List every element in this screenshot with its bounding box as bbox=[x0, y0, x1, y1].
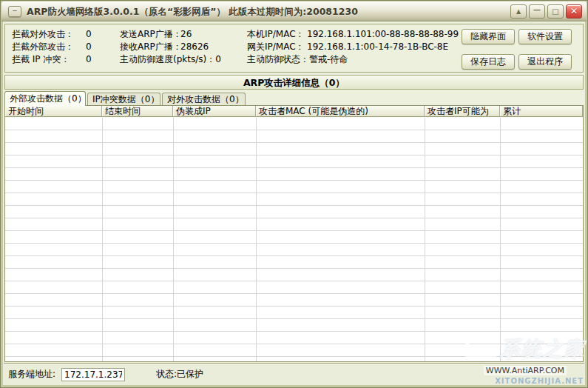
table-grid-vline bbox=[425, 118, 425, 361]
protection-status-text: 状态:已保护 bbox=[156, 368, 203, 381]
exit-program-button[interactable]: 退出程序 bbox=[518, 54, 572, 70]
stat-defense-status: 主动防御状态：警戒-待命 bbox=[247, 53, 459, 66]
window-controls: ▲ — □ ✕ bbox=[510, 4, 582, 19]
stat-blocked-external: 拦截外部攻击：0 bbox=[12, 41, 92, 53]
rollup-button[interactable]: ▲ bbox=[510, 4, 527, 19]
maximize-icon: □ bbox=[552, 7, 558, 16]
minimize-button[interactable]: — bbox=[529, 4, 545, 19]
rollup-icon: ▲ bbox=[516, 8, 521, 15]
stat-gateway-ip-mac: 网关IP/MAC：192.168.1.1:00-14-78-1B-BC-8E bbox=[247, 41, 459, 53]
attack-table-header: 开始时间 结束时间 伪装成IP 攻击者MAC (可能是伪造的) 攻击者IP可能为… bbox=[5, 106, 583, 117]
intercept-stats-column: 拦截对外攻击：0 拦截外部攻击：0 拦截 IP 冲突：0 bbox=[12, 28, 92, 66]
table-grid-vline bbox=[500, 118, 501, 361]
attack-table: 开始时间 结束时间 伪装成IP 攻击者MAC (可能是伪造的) 攻击者IP可能为… bbox=[4, 105, 584, 362]
stat-blocked-outgoing: 拦截对外攻击：0 bbox=[12, 28, 92, 41]
column-header-end-time[interactable]: 结束时间 bbox=[102, 106, 173, 117]
app-window: ─ ARP防火墙网络版3.0.0.1（原名“彩影网盾”） 此版本过期时间为:20… bbox=[0, 0, 588, 388]
minimize-icon: — bbox=[533, 6, 541, 14]
column-header-spoofed-ip[interactable]: 伪装成IP bbox=[173, 106, 256, 117]
software-settings-button[interactable]: 软件设置 bbox=[518, 29, 572, 44]
table-grid-vline bbox=[256, 118, 257, 361]
stat-defense-speed: 主动防御速度(pkts/s)：0 bbox=[120, 53, 221, 66]
stats-panel: 拦截对外攻击：0 拦截外部攻击：0 拦截 IP 冲突：0 发送ARP广播：26 … bbox=[4, 24, 584, 73]
arp-traffic-column: 发送ARP广播：26 接收ARP广播：28626 主动防御速度(pkts/s)：… bbox=[120, 28, 221, 66]
server-address-input[interactable] bbox=[61, 368, 125, 381]
column-header-attacker-mac[interactable]: 攻击者MAC (可能是伪造的) bbox=[256, 106, 425, 117]
stat-local-ip-mac: 本机IP/MAC：192.168.1.101:00-88-88-88-88-99 bbox=[247, 28, 459, 41]
column-header-attacker-ip[interactable]: 攻击者IP可能为 bbox=[425, 106, 500, 117]
close-icon: ✕ bbox=[570, 6, 578, 16]
table-grid-vline bbox=[173, 118, 174, 361]
attack-table-body[interactable] bbox=[5, 118, 583, 361]
stat-blocked-ip-conflict: 拦截 IP 冲突：0 bbox=[12, 53, 92, 66]
close-button[interactable]: ✕ bbox=[566, 4, 582, 19]
stat-arp-received: 接收ARP广播：28626 bbox=[120, 41, 221, 53]
hide-interface-button[interactable]: 隐藏界面 bbox=[462, 29, 515, 44]
window-title: ARP防火墙网络版3.0.0.1（原名“彩影网盾”） 此版本过期时间为:2008… bbox=[27, 1, 358, 21]
server-address-label: 服务端地址: bbox=[8, 368, 55, 381]
tab-ip-conflict-data[interactable]: IP冲突数据（0） bbox=[87, 93, 160, 105]
tab-outgoing-attack-data[interactable]: 对外攻击数据（0） bbox=[162, 93, 246, 105]
app-menu-icon[interactable]: ─ bbox=[8, 6, 21, 17]
table-grid-vline bbox=[102, 118, 103, 361]
tab-external-attack-data[interactable]: 外部攻击数据（0） bbox=[4, 91, 86, 106]
column-header-start-time[interactable]: 开始时间 bbox=[5, 106, 102, 117]
stat-arp-sent: 发送ARP广播：26 bbox=[120, 28, 221, 41]
title-bar: ─ ARP防火墙网络版3.0.0.1（原名“彩影网盾”） 此版本过期时间为:20… bbox=[1, 1, 587, 21]
maximize-button[interactable]: □ bbox=[547, 4, 564, 19]
host-info-column: 本机IP/MAC：192.168.1.101:00-88-88-88-88-99… bbox=[247, 28, 459, 66]
column-header-total[interactable]: 累计 bbox=[500, 106, 583, 117]
save-log-button[interactable]: 保存日志 bbox=[462, 54, 515, 70]
arp-detail-title: ARP攻击详细信息（0） bbox=[4, 75, 584, 90]
status-bar: 服务端地址: 状态:已保护 bbox=[4, 363, 584, 385]
data-tabs: 外部攻击数据（0） IP冲突数据（0） 对外攻击数据（0） bbox=[4, 91, 246, 105]
arp-detail-panel: ARP攻击详细信息（0） 外部攻击数据（0） IP冲突数据（0） 对外攻击数据（… bbox=[4, 75, 584, 362]
